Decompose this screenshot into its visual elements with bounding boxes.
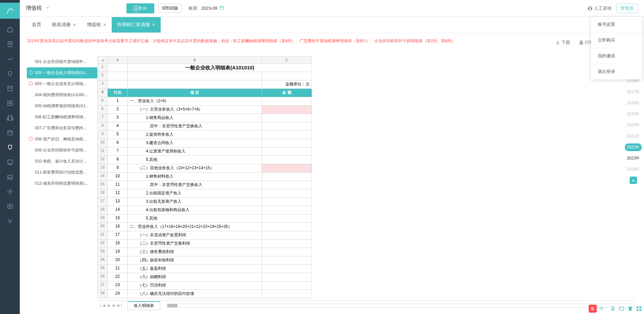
ime-skin-icon[interactable] [627, 306, 633, 312]
col-a[interactable]: A [108, 57, 128, 63]
ime-lang[interactable]: 中 [599, 306, 604, 312]
title-selector[interactable]: 增值税 [26, 5, 113, 12]
period-value: 2023-09 [201, 6, 217, 11]
table-row: 117 4.让渡资产使用权收入 [97, 147, 312, 156]
sheet-nav-first[interactable]: ❘◀ [99, 302, 105, 309]
tab[interactable]: 税表清册✕ [47, 17, 82, 33]
table-row: 106 3.建造合同收入 [97, 139, 312, 147]
svg-point-6 [9, 103, 11, 104]
list-icon[interactable] [0, 81, 20, 96]
tax-icon[interactable] [0, 140, 20, 155]
tree-item[interactable]: 012-减免所得税优惠明细表(... [27, 178, 97, 189]
chart-icon[interactable] [0, 52, 20, 66]
tab[interactable]: 增值税✕ [82, 17, 112, 33]
top-header: 增值税 工作台 切到旧版 账期 2023-09 人工咨询 管理员 [20, 0, 644, 17]
tab[interactable]: 所得税汇算清缴✕ [112, 17, 161, 33]
doc-circle-icon[interactable] [132, 5, 140, 13]
column-headers: A B C [97, 56, 312, 64]
svg-rect-8 [7, 117, 8, 120]
tab[interactable]: 首页 [26, 17, 47, 33]
year-item[interactable]: 2018年 [625, 99, 642, 107]
archive-icon[interactable] [0, 155, 20, 170]
doc-icon[interactable] [0, 37, 20, 52]
admin-item-account[interactable]: 账号设置 [591, 17, 642, 33]
tree-item[interactable]: !002-一般企业收入明细表(A1... [27, 67, 97, 78]
tree-item[interactable]: !008-资产折旧、摊销及纳税... [27, 134, 97, 145]
ime-punct-icon[interactable]: ' [606, 306, 607, 311]
app-logo[interactable] [0, 3, 20, 19]
sheet-nav-last[interactable]: ▶❘ [117, 302, 123, 309]
year-item[interactable]: 2022年 [625, 143, 642, 151]
table-row: 1612 2.出租固定资产收入 [97, 189, 312, 198]
tree-item[interactable]: !003-一般企业成本支出明细... [27, 78, 97, 89]
left-sidebar [0, 0, 20, 314]
home-icon[interactable] [0, 22, 20, 37]
table-row: 1713 3.出租无形资产收入 [97, 198, 312, 206]
video-icon[interactable] [0, 199, 20, 214]
sheet-nav-next[interactable]: ▶ [111, 302, 117, 309]
horizontal-scrollbar[interactable] [167, 304, 634, 308]
svg-marker-16 [9, 206, 11, 207]
tree-item[interactable]: 006-职工薪酬纳税调整明细... [27, 112, 97, 123]
svg-rect-20 [220, 6, 223, 9]
sheet-nav-prev[interactable]: ◀ [105, 302, 111, 309]
svg-rect-32 [619, 307, 624, 310]
table-row: 128 5.其他 [97, 156, 312, 164]
col-c[interactable]: C [262, 57, 312, 63]
table-row: 139 （二）其他业务收入（10+12+13+14+15） [97, 164, 312, 173]
ime-logo-icon[interactable]: S [589, 305, 597, 313]
year-item[interactable]: 2023年 [625, 154, 642, 162]
year-more-icon[interactable] [630, 177, 637, 184]
download-button[interactable]: 下载 [555, 40, 570, 46]
workbench-button[interactable]: 工作台 [126, 3, 154, 13]
warning-text: 2019年度涉及取以前年度结转数据的申报表单元格需要手工维护正确，才能保证本年及… [27, 38, 517, 44]
ime-keyboard-icon[interactable] [619, 306, 625, 312]
tree-item[interactable]: 005-纳税调整项目明细表(A1... [27, 101, 97, 112]
report-icon[interactable] [0, 96, 20, 111]
year-item[interactable]: 2017年 [625, 88, 642, 96]
close-icon[interactable]: ✕ [103, 22, 106, 27]
gear-icon[interactable] [0, 184, 20, 199]
sheet-tab[interactable]: 收入明细表 [127, 301, 160, 310]
tree-item[interactable]: 010-免税、减计收入及加计... [27, 156, 97, 167]
svg-rect-25 [588, 8, 589, 9]
money-icon[interactable] [0, 66, 20, 81]
warning-badge-icon: ! [29, 70, 33, 74]
building-icon[interactable] [0, 111, 20, 125]
col-corner[interactable] [98, 57, 108, 63]
warning-badge-icon: ! [29, 137, 33, 141]
table-header-row: 4 行次 项 目 金 额 [97, 89, 312, 97]
admin-button[interactable]: 管理员 [616, 4, 638, 13]
admin-item-buy[interactable]: 立即购买 [591, 33, 642, 48]
year-item[interactable]: 2019年 [625, 110, 642, 118]
consult-link[interactable]: 人工咨询 [587, 5, 611, 11]
tree-item[interactable]: 011-研发费用加计扣除优惠... [27, 167, 97, 178]
calendar-icon[interactable] [0, 125, 20, 140]
svg-rect-35 [637, 309, 638, 311]
ime-mic-icon[interactable] [610, 306, 616, 312]
close-icon[interactable]: ✕ [73, 22, 76, 27]
table-row: 1511 其中：非货币性资产交换收入 [97, 181, 312, 189]
year-item[interactable]: 2024年 [625, 166, 642, 173]
ime-toolbar: S 中 ' [589, 305, 642, 313]
admin-item-logout[interactable]: 退出登录 [591, 64, 642, 79]
ime-grid-icon[interactable] [636, 306, 642, 312]
year-item[interactable]: 2021年 [625, 132, 642, 140]
col-b[interactable]: B [128, 57, 262, 63]
year-item[interactable]: 2020年 [625, 121, 642, 129]
tree-item[interactable]: 007-广告费和业务宣传费跨... [27, 123, 97, 134]
tree-item[interactable]: 001-企业所得税年度纳税申... [27, 56, 97, 67]
chevron-down-icon [45, 5, 50, 11]
admin-item-invite[interactable]: 我的邀请 [591, 48, 642, 64]
tree-item[interactable]: 004-期间费用明细表(A1040... [27, 89, 97, 101]
v-icon[interactable] [0, 214, 20, 229]
svg-rect-10 [8, 131, 12, 135]
close-icon[interactable]: ✕ [152, 22, 155, 27]
tree-item[interactable]: 009-企业所得税弥补亏损明... [27, 145, 97, 156]
table-row: 84 其中：非货币性资产交换收入 [97, 122, 312, 131]
year-rail: 2016年2017年2018年2019年2020年2021年2022年2023年… [625, 77, 642, 184]
inbox-icon[interactable] [0, 170, 20, 184]
switch-old-button[interactable]: 切到旧版 [158, 4, 182, 13]
date-picker-icon[interactable] [219, 5, 224, 11]
table-row: 2622 （六）捐赠利得 [97, 273, 312, 281]
